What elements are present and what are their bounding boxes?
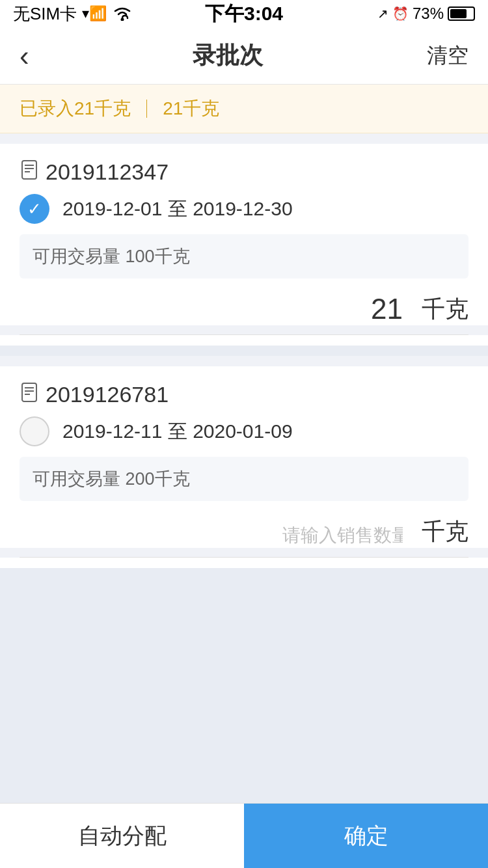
alarm-icon: ⏰ (392, 6, 409, 21)
back-button[interactable]: ‹ (20, 40, 29, 72)
status-right: ↗ ⏰ 73% (377, 5, 475, 23)
card2-unit: 千克 (422, 516, 468, 548)
banner-divider (146, 100, 147, 118)
batch-card-2: 2019126781 2019-12-11 至 2020-01-09 可用交易量… (0, 366, 488, 501)
total-amount: 21千克 (163, 96, 219, 121)
battery-percent: 73% (413, 5, 444, 23)
confirm-button[interactable]: 确定 (244, 804, 488, 868)
card2-id: 2019126781 (46, 382, 169, 407)
card1-radio[interactable]: ✓ (20, 194, 49, 224)
section-divider-1 (0, 346, 488, 356)
card1-quantity-row: 千克 (0, 278, 488, 325)
card1-available: 可用交易量 100千克 (20, 234, 468, 278)
card1-header: 2019112347 (20, 159, 468, 185)
card2-radio[interactable] (20, 416, 49, 446)
status-time: 下午3:04 (205, 1, 283, 27)
auto-distribute-button[interactable]: 自动分配 (0, 804, 244, 868)
page-title: 录批次 (193, 40, 263, 72)
card2-available: 可用交易量 200千克 (20, 457, 468, 501)
status-bar: 无SIM卡 ▾📶 下午3:04 ↗ ⏰ 73% (0, 0, 488, 27)
card2-header: 2019126781 (20, 382, 468, 407)
card1-quantity-input[interactable] (282, 293, 413, 325)
card2-date: 2019-12-11 至 2020-01-09 (62, 418, 293, 445)
location-icon: ↗ (377, 6, 388, 21)
card1-padding (0, 335, 488, 346)
doc-icon-1 (20, 159, 40, 185)
card2-select-row[interactable]: 2019-12-11 至 2020-01-09 (20, 416, 468, 446)
doc-icon-2 (20, 382, 40, 407)
svg-rect-1 (22, 161, 36, 179)
carrier-text: 无SIM卡 (13, 3, 77, 25)
card1-check-icon: ✓ (27, 199, 42, 219)
card1-select-row[interactable]: ✓ 2019-12-01 至 2019-12-30 (20, 194, 468, 224)
nav-bar: ‹ 录批次 清空 (0, 27, 488, 85)
card2-quantity-input[interactable] (282, 515, 413, 548)
card1-id: 2019112347 (46, 159, 169, 185)
card2-padding (0, 558, 488, 568)
wifi-icon: ▾📶 (82, 5, 107, 22)
card1-unit: 千克 (422, 293, 468, 325)
card2-quantity-row: 千克 (0, 501, 488, 548)
battery-icon (448, 7, 475, 21)
card1-date: 2019-12-01 至 2019-12-30 (62, 196, 293, 223)
svg-rect-5 (22, 383, 36, 401)
svg-point-0 (121, 18, 124, 21)
wifi-symbol (112, 7, 133, 21)
clear-button[interactable]: 清空 (427, 42, 468, 70)
recorded-amount: 已录入21千克 (20, 96, 131, 121)
status-left: 无SIM卡 ▾📶 (13, 3, 133, 25)
batch-card-1: 2019112347 ✓ 2019-12-01 至 2019-12-30 可用交… (0, 144, 488, 278)
bottom-bar: 自动分配 确定 (0, 803, 488, 868)
info-banner: 已录入21千克 21千克 (0, 85, 488, 133)
